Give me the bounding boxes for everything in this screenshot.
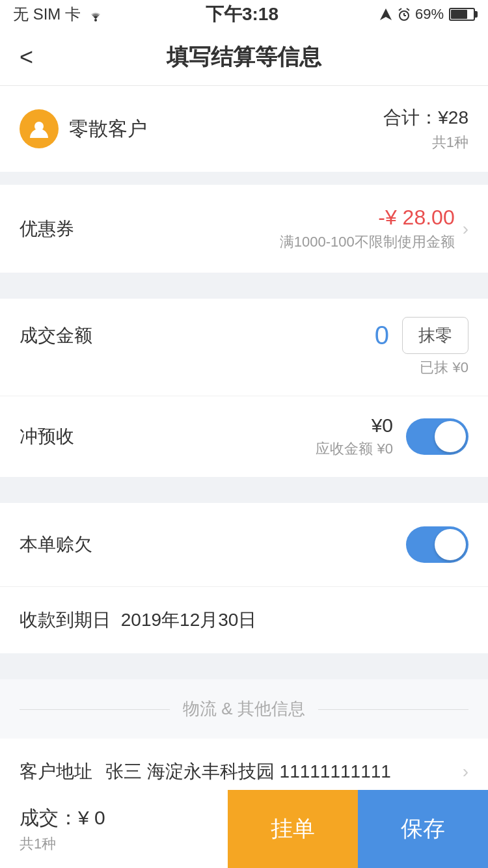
coupon-label: 优惠券 bbox=[20, 217, 74, 241]
date-row[interactable]: 收款到期日 2019年12月30日 bbox=[0, 586, 488, 653]
customer-avatar bbox=[20, 109, 59, 148]
customer-row[interactable]: 零散客户 合计：¥28 共1种 bbox=[0, 86, 488, 172]
section-divider-3 bbox=[0, 666, 488, 679]
prepay-right: ¥0 应收金额 ¥0 bbox=[316, 414, 468, 459]
status-bar: 无 SIM 卡 下午3:18 69% bbox=[0, 0, 488, 29]
debt-label: 本单赊欠 bbox=[20, 532, 92, 557]
logistics-section: 物流 & 其他信息 bbox=[0, 679, 488, 739]
coupon-description: 满1000-100不限制使用金额 bbox=[280, 232, 455, 252]
wifi-icon bbox=[86, 7, 105, 21]
status-right: 69% bbox=[379, 6, 475, 23]
transaction-section: 成交金额 0 抹零 已抹 ¥0 冲预收 ¥0 应收金额 ¥0 bbox=[0, 299, 488, 477]
status-left: 无 SIM 卡 bbox=[13, 4, 105, 25]
customer-section: 零散客户 合计：¥28 共1种 bbox=[0, 86, 488, 172]
user-icon bbox=[27, 117, 51, 141]
coupon-chevron-icon: › bbox=[463, 219, 468, 239]
page-title: 填写结算等信息 bbox=[167, 42, 321, 72]
due-date-value: 2019年12月30日 bbox=[121, 610, 257, 630]
battery-icon bbox=[449, 8, 475, 21]
nav-bar: < 填写结算等信息 bbox=[0, 29, 488, 86]
customer-count: 共1种 bbox=[383, 133, 468, 152]
status-time: 下午3:18 bbox=[206, 2, 278, 27]
coupon-values: -¥ 28.00 满1000-100不限制使用金额 bbox=[280, 206, 455, 252]
amount-label: 成交金额 bbox=[20, 323, 92, 348]
customer-name: 零散客户 bbox=[69, 116, 147, 142]
prepay-receivable: 应收金额 ¥0 bbox=[316, 439, 393, 459]
amount-sub-text: 已抹 ¥0 bbox=[420, 358, 468, 377]
bottom-deal: 成交：¥ 0 bbox=[20, 805, 208, 832]
prepay-label: 冲预收 bbox=[20, 424, 74, 449]
address-value: 张三 海淀永丰科技园 11111111111 bbox=[105, 759, 450, 784]
coupon-row[interactable]: 优惠券 -¥ 28.00 满1000-100不限制使用金额 › bbox=[0, 185, 488, 273]
bottom-deal-amount: ¥ 0 bbox=[78, 807, 105, 828]
customer-left: 零散客户 bbox=[20, 109, 147, 148]
prepay-row: 冲预收 ¥0 应收金额 ¥0 bbox=[0, 396, 488, 477]
address-chevron-icon: › bbox=[463, 761, 468, 782]
debt-section: 本单赊欠 收款到期日 2019年12月30日 bbox=[0, 503, 488, 653]
prepay-amount: ¥0 bbox=[316, 414, 393, 437]
address-label: 客户地址 bbox=[20, 759, 92, 784]
content: 零散客户 合计：¥28 共1种 优惠券 -¥ 28.00 满1000-100不限… bbox=[0, 86, 488, 868]
hold-button[interactable]: 挂单 bbox=[228, 790, 358, 868]
amount-right: 0 抹零 bbox=[375, 317, 468, 354]
back-button[interactable]: < bbox=[20, 44, 33, 71]
alarm-icon bbox=[397, 7, 411, 21]
customer-total: 合计：¥28 bbox=[383, 105, 468, 130]
toggle-knob bbox=[435, 421, 466, 452]
section-divider-1 bbox=[0, 286, 488, 299]
due-date-label: 收款到期日 2019年12月30日 bbox=[20, 610, 262, 630]
location-icon bbox=[379, 7, 393, 21]
svg-point-0 bbox=[94, 19, 97, 21]
amount-value[interactable]: 0 bbox=[375, 321, 389, 350]
coupon-discount: -¥ 28.00 bbox=[280, 206, 455, 230]
bottom-count: 共1种 bbox=[20, 834, 208, 854]
round-button[interactable]: 抹零 bbox=[402, 317, 468, 354]
prepay-toggle[interactable] bbox=[406, 418, 468, 455]
save-button[interactable]: 保存 bbox=[358, 790, 488, 868]
logistics-label: 物流 & 其他信息 bbox=[170, 698, 318, 720]
bottom-info: 成交：¥ 0 共1种 bbox=[0, 805, 228, 854]
customer-right: 合计：¥28 共1种 bbox=[383, 105, 468, 152]
amount-sub-row: 已抹 ¥0 bbox=[0, 354, 488, 396]
debt-row: 本单赊欠 bbox=[0, 503, 488, 586]
amount-row: 成交金额 0 抹零 bbox=[0, 299, 488, 354]
battery-percent: 69% bbox=[415, 6, 444, 23]
bottom-bar: 成交：¥ 0 共1种 挂单 保存 bbox=[0, 790, 488, 868]
prepay-values: ¥0 应收金额 ¥0 bbox=[316, 414, 393, 459]
coupon-section: 优惠券 -¥ 28.00 满1000-100不限制使用金额 › bbox=[0, 185, 488, 273]
section-divider-2 bbox=[0, 490, 488, 503]
debt-toggle[interactable] bbox=[406, 526, 468, 563]
coupon-right: -¥ 28.00 满1000-100不限制使用金额 › bbox=[280, 206, 468, 252]
carrier-text: 无 SIM 卡 bbox=[13, 4, 81, 25]
debt-toggle-knob bbox=[435, 529, 466, 560]
